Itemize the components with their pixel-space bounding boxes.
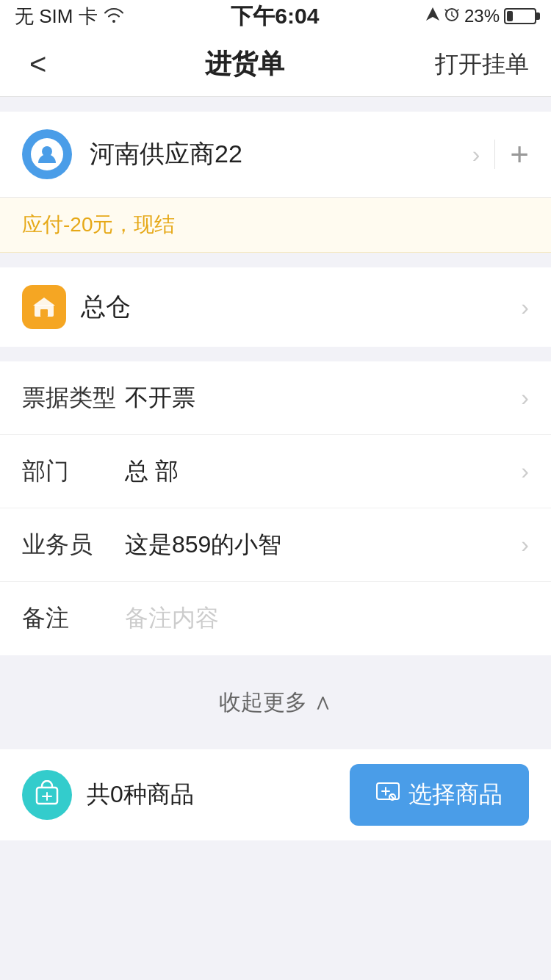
salesperson-chevron-icon: › (521, 531, 529, 558)
wifi-icon (104, 5, 124, 28)
select-product-label: 选择商品 (408, 779, 503, 811)
status-left: 无 SIM 卡 (15, 4, 124, 29)
status-bar: 无 SIM 卡 下午6:04 23% (0, 0, 551, 32)
svg-marker-0 (426, 7, 439, 21)
battery-fill (507, 11, 513, 21)
department-value: 总 部 (125, 455, 521, 488)
collapse-button[interactable]: 收起更多 ∧ (0, 670, 551, 735)
remark-row[interactable]: 备注 备注内容 (0, 582, 551, 655)
warehouse-card[interactable]: 总仓 › (0, 267, 551, 347)
warning-banner: 应付-20元，现结 (0, 198, 551, 253)
department-row[interactable]: 部门 总 部 › (0, 435, 551, 508)
supplier-name: 河南供应商22 (90, 137, 472, 171)
select-product-button[interactable]: 选择商品 (350, 764, 529, 826)
location-icon (426, 6, 439, 26)
svg-rect-5 (40, 309, 48, 317)
section-gap-2 (0, 253, 551, 267)
supplier-row[interactable]: 河南供应商22 › + (0, 112, 551, 198)
salesperson-value: 这是859的小智 (125, 529, 521, 561)
alarm-icon (444, 6, 460, 26)
status-right: 23% (426, 6, 536, 26)
invoice-type-row[interactable]: 票据类型 不开票 › (0, 361, 551, 435)
salesperson-label: 业务员 (22, 529, 125, 561)
open-pending-button[interactable]: 打开挂单 (435, 48, 529, 81)
warehouse-icon (22, 285, 66, 329)
product-count-icon (22, 770, 72, 820)
page-title: 进货单 (205, 46, 284, 82)
carrier-label: 无 SIM 卡 (15, 4, 98, 29)
back-button[interactable]: < (22, 40, 54, 88)
warehouse-chevron-icon: › (521, 294, 529, 321)
battery-percent: 23% (464, 6, 500, 26)
invoice-type-chevron-icon: › (521, 384, 529, 411)
supplier-card: 河南供应商22 › + 应付-20元，现结 (0, 112, 551, 253)
select-product-icon (376, 782, 400, 809)
collapse-label: 收起更多 ∧ (219, 688, 331, 718)
remark-label: 备注 (22, 602, 125, 635)
invoice-type-value: 不开票 (125, 382, 521, 414)
invoice-type-label: 票据类型 (22, 382, 125, 414)
section-gap-1 (0, 97, 551, 112)
warning-text: 应付-20元，现结 (22, 213, 175, 236)
add-supplier-button[interactable]: + (510, 138, 529, 170)
department-label: 部门 (22, 455, 125, 488)
avatar-icon (31, 138, 63, 170)
bottom-bar: 共0种商品 选择商品 (0, 749, 551, 840)
chevron-right-icon: › (472, 141, 480, 168)
battery-icon (504, 8, 536, 24)
department-chevron-icon: › (521, 458, 529, 485)
svg-marker-4 (33, 298, 55, 306)
warehouse-row[interactable]: 总仓 › (0, 267, 551, 347)
status-time: 下午6:04 (231, 1, 319, 32)
supplier-avatar (22, 129, 72, 179)
warehouse-label: 总仓 (81, 290, 521, 324)
nav-bar: < 进货单 打开挂单 (0, 32, 551, 97)
remark-input[interactable]: 备注内容 (125, 602, 529, 635)
salesperson-row[interactable]: 业务员 这是859的小智 › (0, 508, 551, 582)
vertical-divider (494, 140, 495, 169)
product-count-label: 共0种商品 (87, 779, 350, 811)
supplier-actions: › + (472, 138, 529, 170)
form-section: 票据类型 不开票 › 部门 总 部 › 业务员 这是859的小智 › 备注 备注… (0, 361, 551, 655)
